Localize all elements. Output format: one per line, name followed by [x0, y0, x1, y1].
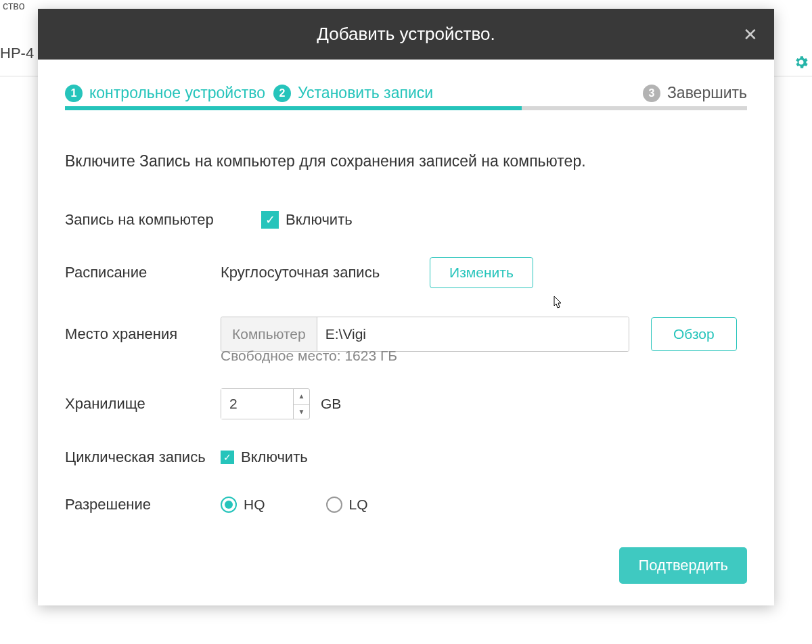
label-storage-location: Место хранения — [65, 325, 221, 343]
checkbox-cyclic-record[interactable]: ✓ — [221, 451, 234, 464]
row-storage-location: Место хранения Компьютер Обзор — [65, 317, 747, 352]
checkbox-label-enable: Включить — [286, 211, 353, 229]
checkbox-record-to-pc[interactable]: ✓ — [261, 211, 279, 229]
storage-unit: GB — [321, 396, 341, 412]
schedule-value: Круглосуточная запись — [221, 264, 380, 281]
modal-title-bar: Добавить устройство. ✕ — [38, 9, 774, 60]
storage-input[interactable] — [221, 389, 293, 419]
row-resolution: Разрешение HQ LQ — [65, 496, 747, 513]
close-icon[interactable]: ✕ — [743, 24, 758, 45]
row-storage-size: Хранилище ▲ ▼ GB — [65, 388, 747, 419]
step-label: Установить записи — [298, 84, 433, 102]
radio-lq[interactable]: LQ — [326, 497, 368, 513]
progress-fill — [65, 106, 522, 110]
label-schedule: Расписание — [65, 264, 221, 281]
step-finish: 3 Завершить — [643, 84, 747, 102]
step-label: Завершить — [667, 84, 747, 102]
storage-spinner: ▲ ▼ — [221, 388, 310, 419]
step-setup-records[interactable]: 2 Установить записи — [273, 84, 433, 102]
row-cyclic-record: Циклическая запись ✓ Включить — [65, 448, 747, 467]
row-schedule: Расписание Круглосуточная запись Изменит… — [65, 257, 747, 288]
browse-button[interactable]: Обзор — [651, 317, 737, 351]
step-number: 3 — [643, 85, 660, 102]
label-record-to-pc: Запись на компьютер — [65, 211, 221, 229]
path-prefix: Компьютер — [221, 317, 317, 351]
row-record-to-pc: Запись на компьютер ✓ Включить — [65, 211, 747, 229]
checkbox-label-enable-cyclic: Включить — [241, 448, 308, 466]
radio-hq[interactable]: HQ — [221, 497, 265, 513]
path-input-group: Компьютер — [221, 317, 629, 352]
radio-label-hq: HQ — [244, 497, 265, 513]
add-device-modal: Добавить устройство. ✕ 1 контрольное уст… — [38, 9, 774, 605]
gear-icon[interactable] — [793, 54, 809, 74]
confirm-button[interactable]: Подтвердить — [619, 547, 747, 584]
modal-title: Добавить устройство. — [317, 24, 495, 44]
path-input[interactable] — [317, 317, 629, 351]
step-control-device[interactable]: 1 контрольное устройство — [65, 84, 265, 102]
step-number: 2 — [273, 85, 291, 102]
step-number: 1 — [65, 85, 83, 102]
background-device-label: HP-4 — [0, 45, 34, 62]
spinner-up-icon[interactable]: ▲ — [294, 389, 309, 405]
radio-label-lq: LQ — [349, 497, 368, 513]
spinner-down-icon[interactable]: ▼ — [294, 405, 309, 419]
change-button[interactable]: Изменить — [430, 257, 533, 288]
label-resolution: Разрешение — [65, 496, 221, 513]
progress-bar — [65, 106, 747, 110]
stepper: 1 контрольное устройство 2 Установить за… — [65, 84, 747, 102]
step-label: контрольное устройство — [89, 84, 265, 102]
lead-text: Включите Запись на компьютер для сохране… — [65, 152, 747, 170]
label-cyclic-record: Циклическая запись — [65, 448, 221, 467]
label-storage: Хранилище — [65, 395, 221, 413]
